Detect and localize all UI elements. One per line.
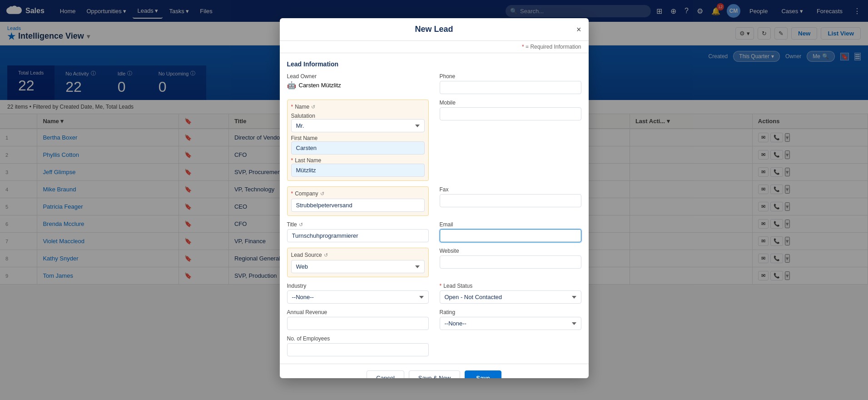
title-undo-icon[interactable]: ↺	[299, 222, 303, 228]
first-name-group: First Name	[291, 135, 425, 155]
lead-source-label: Lead Source ↺	[291, 252, 425, 258]
website-group: Website	[440, 248, 581, 277]
new-lead-modal: New Lead × * = Required Information Lead…	[280, 18, 589, 285]
first-name-label: First Name	[291, 135, 425, 141]
email-label: Email	[440, 221, 581, 228]
website-input[interactable]	[440, 255, 581, 269]
mobile-label: Mobile	[440, 100, 581, 106]
name-label: * Name ↺	[291, 104, 425, 110]
lead-owner-label: Lead Owner	[287, 73, 429, 80]
last-name-group: * Last Name	[291, 157, 425, 177]
lead-status-label: * Lead Status	[440, 283, 581, 285]
lead-status-group: * Lead Status Open - Not ContactedWorkin…	[440, 283, 581, 285]
first-name-input[interactable]	[291, 141, 425, 155]
last-name-label: * Last Name	[291, 157, 425, 164]
lead-owner-value: 🤖 Carsten Mützlitz	[287, 81, 429, 90]
modal-header: New Lead ×	[280, 18, 589, 41]
modal-title: New Lead	[415, 25, 453, 34]
phone-label: Phone	[440, 73, 581, 80]
company-input[interactable]	[291, 199, 425, 212]
phone-input[interactable]	[440, 81, 581, 94]
lead-source-undo-icon[interactable]: ↺	[324, 252, 328, 258]
phone-group: Phone	[440, 73, 581, 94]
name-undo-icon[interactable]: ↺	[311, 104, 315, 110]
email-input[interactable]	[440, 229, 581, 242]
required-star: *	[522, 44, 524, 50]
industry-group: Industry --None--AgricultureApparelBanki…	[287, 283, 429, 285]
company-undo-icon[interactable]: ↺	[320, 191, 324, 197]
last-name-input[interactable]	[291, 164, 425, 177]
company-label: * Company ↺	[291, 190, 425, 197]
salutation-group: Salutation Mr.Ms.Mrs.Dr.Prof.	[291, 113, 425, 132]
fax-input[interactable]	[440, 194, 581, 207]
modal-close-button[interactable]: ×	[576, 25, 581, 34]
title-group: Title ↺	[287, 221, 429, 242]
mobile-input[interactable]	[440, 107, 581, 120]
email-group: Email	[440, 221, 581, 242]
owner-avatar-icon: 🤖	[287, 81, 296, 90]
lead-owner-group: Lead Owner 🤖 Carsten Mützlitz	[287, 73, 429, 94]
lead-source-select[interactable]: WebPhone InquiryPartner ReferralPurchase…	[291, 260, 425, 273]
name-group: * Name ↺ Salutation Mr.Ms.Mrs.Dr.Prof. F…	[287, 100, 429, 181]
modal-required-info: * = Required Information	[280, 41, 589, 53]
title-input[interactable]	[287, 229, 429, 242]
section-lead-info: Lead Information	[287, 60, 581, 68]
salutation-select[interactable]: Mr.Ms.Mrs.Dr.Prof.	[291, 119, 425, 132]
lead-source-group: Lead Source ↺ WebPhone InquiryPartner Re…	[287, 248, 429, 277]
website-label: Website	[440, 248, 581, 254]
company-group: * Company ↺	[287, 186, 429, 216]
fax-group: Fax	[440, 186, 581, 216]
title-label: Title ↺	[287, 221, 429, 228]
industry-label: Industry	[287, 283, 429, 285]
modal-overlay: New Lead × * = Required Information Lead…	[0, 0, 868, 285]
modal-body: Lead Information Lead Owner 🤖 Carsten Mü…	[280, 53, 589, 285]
mobile-group: Mobile	[440, 100, 581, 181]
fax-label: Fax	[440, 186, 581, 193]
salutation-label: Salutation	[291, 113, 425, 119]
